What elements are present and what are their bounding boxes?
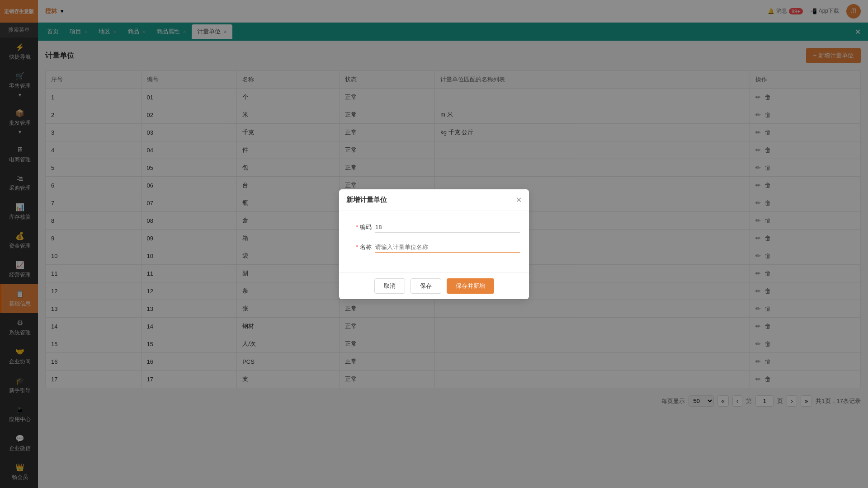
cancel-button[interactable]: 取消 (374, 278, 405, 294)
save-and-new-button[interactable]: 保存并新增 (447, 278, 494, 294)
name-label: 名称 (348, 243, 375, 251)
modal-title: 新增计量单位 (346, 196, 387, 204)
save-button[interactable]: 保存 (410, 278, 441, 294)
modal-header: 新增计量单位 ✕ (339, 189, 529, 211)
modal-body: 编码 名称 (339, 211, 529, 272)
code-label: 编码 (348, 223, 375, 231)
form-row-name: 名称 (348, 242, 520, 253)
code-input[interactable] (375, 222, 520, 233)
form-row-code: 编码 (348, 222, 520, 233)
modal-close-button[interactable]: ✕ (516, 196, 522, 204)
add-unit-modal: 新增计量单位 ✕ 编码 名称 取消 保存 保存并新增 (339, 189, 529, 299)
modal-overlay: 新增计量单位 ✕ 编码 名称 取消 保存 保存并新增 (0, 0, 868, 488)
modal-footer: 取消 保存 保存并新增 (339, 272, 529, 299)
name-input[interactable] (375, 242, 520, 253)
